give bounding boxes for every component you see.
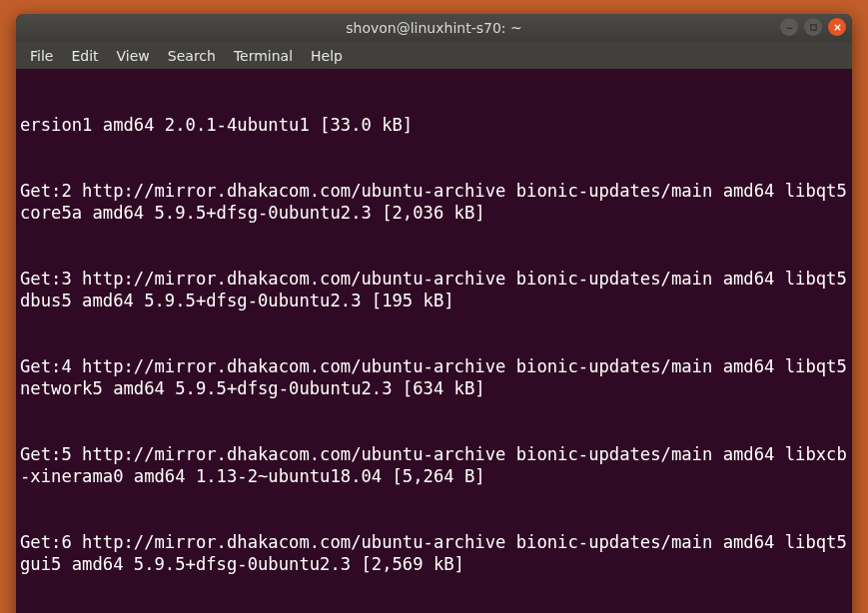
menu-file[interactable]: File [22,45,61,67]
maximize-icon [809,23,818,32]
menu-search[interactable]: Search [160,45,224,67]
terminal-window: shovon@linuxhint-s70: ~ File Edit View S… [16,14,852,613]
terminal-line: Get:4 http://mirror.dhakacom.com/ubuntu-… [20,355,848,399]
menubar: File Edit View Search Terminal Help [16,42,852,69]
svg-rect-1 [810,24,815,29]
terminal-line: Get:2 http://mirror.dhakacom.com/ubuntu-… [20,180,848,224]
close-icon [833,23,842,32]
terminal-viewport[interactable]: ersion1 amd64 2.0.1-4ubuntu1 [33.0 kB] G… [16,69,852,613]
titlebar: shovon@linuxhint-s70: ~ [16,14,852,42]
terminal-line: ersion1 amd64 2.0.1-4ubuntu1 [33.0 kB] [20,114,848,136]
menu-view[interactable]: View [109,45,158,67]
menu-terminal[interactable]: Terminal [226,45,301,67]
window-title: shovon@linuxhint-s70: ~ [16,20,852,36]
terminal-line: Get:3 http://mirror.dhakacom.com/ubuntu-… [20,268,848,311]
minimize-icon [785,23,794,32]
menu-edit[interactable]: Edit [63,45,106,67]
terminal-line: Get:6 http://mirror.dhakacom.com/ubuntu-… [20,531,848,575]
window-controls [780,18,846,36]
maximize-button[interactable] [804,18,822,36]
terminal-line: Get:5 http://mirror.dhakacom.com/ubuntu-… [20,443,848,487]
menu-help[interactable]: Help [303,45,351,67]
minimize-button[interactable] [780,18,798,36]
close-button[interactable] [828,18,846,36]
